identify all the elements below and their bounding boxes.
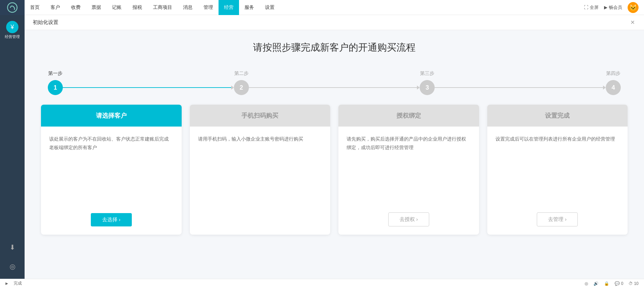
step-3-circle: 3 [420,80,435,95]
step-1-circle: 1 [48,80,63,95]
status-message-count: 💬 0 [615,281,623,286]
card-2-footer [190,221,331,235]
arrowhead-2 [417,86,420,90]
sidebar-item-operation[interactable]: ¥ 经营管理 [0,18,25,42]
avatar[interactable]: 🐱 [628,2,639,13]
fullscreen-btn[interactable]: ⛶ 全屏 [584,4,599,11]
main-heading: 请按照步骤完成新客户的开通购买流程 [41,41,628,54]
nav-item-customer[interactable]: 客户 [45,0,66,15]
sidebar-download[interactable]: ⬇ [4,239,20,256]
line-3 [435,87,603,88]
status-sound-icon: 🔊 [593,281,599,286]
nav-item-home[interactable]: 首页 [25,0,45,15]
status-lock-icon: 🔒 [604,281,609,286]
fullscreen-icon: ⛶ [584,5,588,10]
status-shield-icon: ◎ [585,281,588,286]
nav-item-business[interactable]: 工商项目 [148,0,178,15]
nav-item-message[interactable]: 消息 [178,0,198,15]
card-1: 请选择客户 该处展示的客户为不在回收站、客户状态正常建账后完成老板端绑定的所有客… [41,105,182,235]
card-3: 授权绑定 请先购买，购买后选择开通的产品中的企业用户进行授权绑定，成功后即可进行… [338,105,479,235]
nav-item-invoice[interactable]: 票据 [86,0,107,15]
step-3: 第三步 3 [420,70,435,95]
step-4: 第四步 4 [606,70,621,95]
step-2: 第二步 2 [234,70,249,95]
nav-item-service[interactable]: 服务 [239,0,260,15]
nav-item-operation[interactable]: 经营 [219,0,239,15]
step-3-label: 第三步 [420,70,434,77]
nav-items: 首页 客户 收费 票据 记账 报税 工商项目 消息 管理 经营 服务 设置 [25,0,584,15]
step-2-circle: 2 [234,80,249,95]
close-button[interactable]: ✕ [629,19,636,26]
steps-container: 第一步 1 第二步 2 [41,70,628,95]
card-3-btn[interactable]: 去授权 › [388,212,429,226]
status-time: ⏱ 10 [629,281,639,286]
card-2-body: 请用手机扫码，输入小微企业主账号密码进行购买 [190,127,331,221]
cards-row: 请选择客户 该处展示的客户为不在回收站、客户状态正常建账后完成老板端绑定的所有客… [41,105,628,235]
member-icon: ▶ [604,5,607,10]
step-1: 第一步 1 [48,70,63,95]
status-bar-right: ◎ 🔊 🔒 💬 0 ⏱ 10 [585,281,639,286]
operation-icon: ¥ [6,21,18,33]
layout: ¥ 经营管理 ⬇ ◎ 初始化设置 ✕ 请按照步骤完成新客户的开通购买流程 [0,15,644,279]
sidebar-bottom: ⬇ ◎ [0,239,25,279]
logo-icon [7,2,18,13]
line-1 [63,87,231,88]
card-4-footer: 去管理 › [487,207,628,235]
status-complete-text: 完成 [14,280,22,286]
card-4-body: 设置完成后可以在管理列表进行所有企业用户的经营管理 [487,127,628,207]
card-1-header: 请选择客户 [41,105,182,127]
member-btn[interactable]: ▶ 畅会员 [604,4,622,11]
arrow-3-4 [435,86,606,90]
nav-item-settings[interactable]: 设置 [260,0,280,15]
nav-item-billing[interactable]: 收费 [66,0,86,15]
nav-right: ⛶ 全屏 ▶ 畅会员 🐱 [584,2,639,13]
sidebar-support[interactable]: ◎ [4,258,20,275]
page-header: 初始化设置 ✕ [25,15,644,30]
support-icon: ◎ [10,262,15,271]
nav-item-tax[interactable]: 报税 [127,0,148,15]
card-2: 手机扫码购买 请用手机扫码，输入小微企业主账号密码进行购买 [190,105,331,235]
card-4-header: 设置完成 [487,105,628,127]
top-nav: 首页 客户 收费 票据 记账 报税 工商项目 消息 管理 经营 服务 设置 ⛶ … [0,0,644,15]
svg-point-0 [8,3,17,12]
card-1-body: 该处展示的客户为不在回收站、客户状态正常建账后完成老板端绑定的所有客户 [41,127,182,208]
step-1-label: 第一步 [48,70,62,77]
step-2-label: 第二步 [234,70,249,77]
arrowhead-1 [231,86,234,90]
line-2 [249,87,417,88]
card-3-body: 请先购买，购买后选择开通的产品中的企业用户进行授权绑定，成功后即可进行经营管理 [338,127,479,207]
status-play-icon: ▶ [5,282,8,285]
step-4-label: 第四步 [606,70,620,77]
card-4: 设置完成 设置完成后可以在管理列表进行所有企业用户的经营管理 去管理 › [487,105,628,235]
card-3-header: 授权绑定 [338,105,479,127]
card-1-btn[interactable]: 去选择 › [91,213,132,226]
page-title: 初始化设置 [33,19,58,26]
card-4-btn[interactable]: 去管理 › [537,212,578,226]
download-icon: ⬇ [10,243,15,251]
card-3-footer: 去授权 › [338,207,479,235]
status-bar: ▶ 完成 ◎ 🔊 🔒 💬 0 ⏱ 10 [0,279,644,288]
nav-logo [0,0,25,15]
arrowhead-3 [603,86,606,90]
card-2-header: 手机扫码购买 [190,105,331,127]
main-content: 初始化设置 ✕ 请按照步骤完成新客户的开通购买流程 第一步 1 [25,15,644,279]
nav-item-manage[interactable]: 管理 [198,0,219,15]
arrow-1-2 [63,86,234,90]
sidebar: ¥ 经营管理 ⬇ ◎ [0,15,25,279]
arrow-2-3 [249,86,420,90]
card-1-footer: 去选择 › [41,208,182,235]
step-4-circle: 4 [606,80,621,95]
nav-item-bookkeeping[interactable]: 记账 [107,0,127,15]
content-area: 请按照步骤完成新客户的开通购买流程 第一步 1 [25,30,644,279]
